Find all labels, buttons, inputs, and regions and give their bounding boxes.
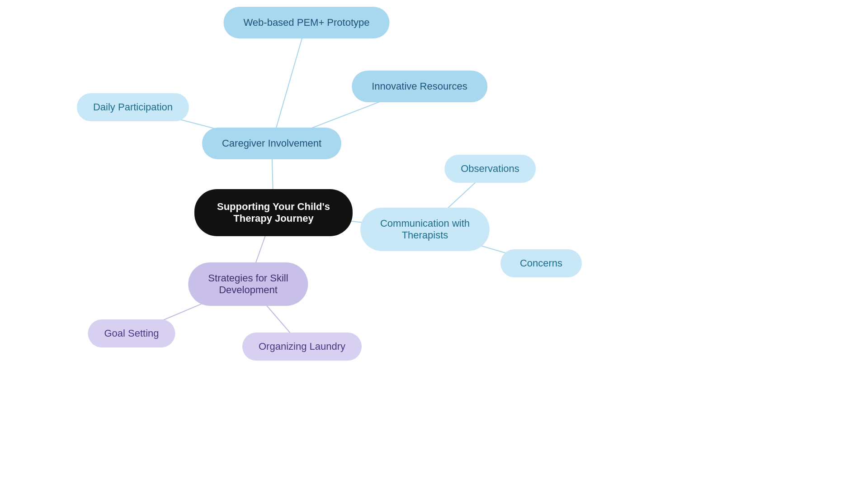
mind-map: Supporting Your Child'sTherapy JourneyWe… [0, 0, 868, 490]
node-innovativeResources[interactable]: Innovative Resources [352, 71, 487, 102]
node-goalSetting[interactable]: Goal Setting [88, 319, 175, 347]
node-strategiesSkill[interactable]: Strategies for SkillDevelopment [188, 262, 308, 306]
node-organizingLaundry[interactable]: Organizing Laundry [242, 333, 362, 361]
node-webPrototype[interactable]: Web-based PEM+ Prototype [223, 7, 389, 38]
node-communicationTherapists[interactable]: Communication withTherapists [360, 208, 490, 251]
node-root[interactable]: Supporting Your Child'sTherapy Journey [194, 189, 353, 236]
node-observations[interactable]: Observations [444, 155, 536, 183]
svg-line-0 [272, 23, 307, 143]
node-caregiverInvolvement[interactable]: Caregiver Involvement [202, 128, 341, 159]
node-dailyParticipation[interactable]: Daily Participation [77, 93, 189, 121]
node-concerns[interactable]: Concerns [500, 249, 582, 277]
